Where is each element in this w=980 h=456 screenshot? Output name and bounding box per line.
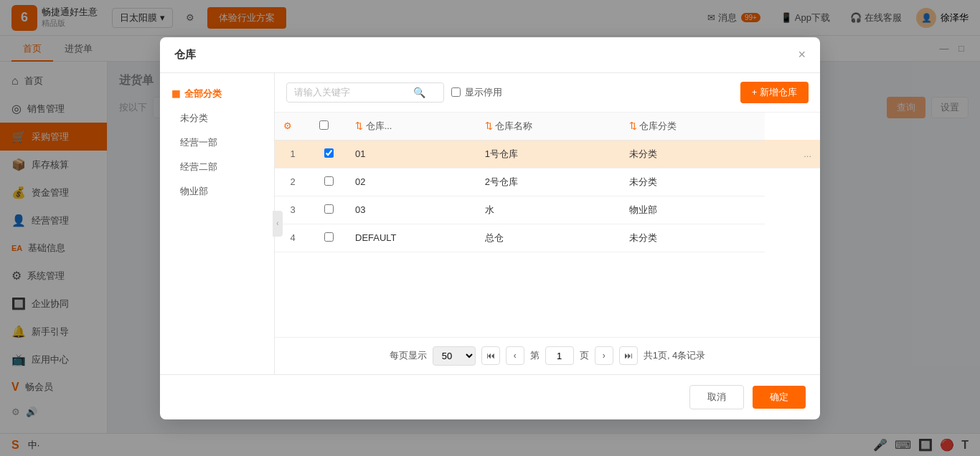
next-page-button[interactable]: › <box>595 346 613 365</box>
total-info: 共1页, 4条记录 <box>644 349 706 362</box>
modal-sidebar: ▦ 全部分类 未分类 经营一部 经营二部 物业部 ‹ <box>160 73 275 374</box>
row-number: 2 <box>275 168 311 196</box>
col-category: ⇅ 仓库分类 <box>621 113 765 141</box>
page-input[interactable] <box>545 346 574 365</box>
select-all-checkbox[interactable] <box>319 120 329 130</box>
row-checkbox[interactable] <box>311 224 347 252</box>
row-name: 1号仓库 <box>476 140 621 168</box>
modal-title: 仓库 <box>174 48 196 62</box>
sort-icon: ⇅ <box>355 120 363 131</box>
category-item-unclassified[interactable]: 未分类 <box>160 106 274 130</box>
modal-toolbar: 🔍 显示停用 + 新增仓库 <box>275 73 820 113</box>
page-suffix: 页 <box>580 349 589 362</box>
table-row[interactable]: 3 03 水 物业部 <box>275 196 820 224</box>
modal-footer: 取消 确定 <box>160 374 820 419</box>
confirm-button[interactable]: 确定 <box>753 386 806 409</box>
col-checkbox <box>311 113 347 141</box>
search-input[interactable] <box>294 87 409 98</box>
pagination: 每页显示 50 100 ⏮ ‹ 第 页 › ⏭ 共1页, 4条记录 <box>275 337 820 374</box>
per-page-label: 每页显示 <box>390 349 427 362</box>
per-page-select[interactable]: 50 100 <box>433 346 476 366</box>
col-name: ⇅ 仓库名称 <box>476 113 621 141</box>
table-row[interactable]: 2 02 2号仓库 未分类 <box>275 168 820 196</box>
new-warehouse-button[interactable]: + 新增仓库 <box>740 82 809 103</box>
modal-overlay: 仓库 × ▦ 全部分类 未分类 经营一部 经营二部 <box>0 0 980 456</box>
all-category-label: 全部分类 <box>184 87 222 100</box>
row-name: 水 <box>476 196 621 224</box>
row-number: 1 <box>275 140 311 168</box>
row-category: 未分类 <box>621 168 765 196</box>
sort-icon2: ⇅ <box>485 120 493 131</box>
grid-icon: ▦ <box>171 88 180 99</box>
table-row[interactable]: 4 DEFAULT 总仓 未分类 <box>275 224 820 252</box>
row-category: 未分类 <box>621 140 765 168</box>
category-item-property[interactable]: 物业部 <box>160 179 274 204</box>
gear-icon: ⚙ <box>283 120 292 131</box>
first-page-button[interactable]: ⏮ <box>481 346 500 365</box>
row-code: DEFAULT <box>347 224 476 252</box>
category-item-dept2[interactable]: 经营二部 <box>160 155 274 179</box>
row-checkbox[interactable] <box>311 168 347 196</box>
warehouse-modal: 仓库 × ▦ 全部分类 未分类 经营一部 经营二部 <box>160 37 820 419</box>
row-checkbox[interactable] <box>311 140 347 168</box>
row-code: 01 <box>347 140 476 168</box>
row-checkbox[interactable] <box>311 196 347 224</box>
row-category: 未分类 <box>621 224 765 252</box>
row-code: 03 <box>347 196 476 224</box>
row-category: 物业部 <box>621 196 765 224</box>
col-code: ⇅ 仓库... <box>347 113 476 141</box>
cancel-button[interactable]: 取消 <box>689 385 744 409</box>
table-row[interactable]: 1 01 1号仓库 未分类 ... <box>275 140 820 168</box>
show-disabled-row: 显示停用 <box>451 86 502 99</box>
search-box: 🔍 <box>286 82 444 103</box>
row-actions[interactable]: ... <box>765 140 820 168</box>
modal-close-button[interactable]: × <box>798 47 806 62</box>
chevron-left-icon: ‹ <box>276 219 278 227</box>
sort-icon3: ⇅ <box>629 120 637 131</box>
all-category-header[interactable]: ▦ 全部分类 <box>160 82 274 106</box>
col-settings: ⚙ <box>275 113 311 141</box>
page-label: 第 <box>530 349 540 362</box>
warehouse-table: ⚙ ⇅ 仓库... ⇅ <box>275 113 820 337</box>
row-code: 02 <box>347 168 476 196</box>
show-disabled-checkbox[interactable] <box>451 87 461 97</box>
last-page-button[interactable]: ⏭ <box>619 346 638 365</box>
modal-header: 仓库 × <box>160 37 820 73</box>
prev-page-button[interactable]: ‹ <box>506 346 524 365</box>
category-item-dept1[interactable]: 经营一部 <box>160 130 274 155</box>
modal-main: 🔍 显示停用 + 新增仓库 ⚙ <box>275 73 820 374</box>
show-disabled-label: 显示停用 <box>465 86 502 99</box>
search-icon[interactable]: 🔍 <box>413 87 425 98</box>
row-name: 2号仓库 <box>476 168 621 196</box>
sidebar-collapse-button[interactable]: ‹ <box>273 211 283 237</box>
row-name: 总仓 <box>476 224 621 252</box>
modal-body: ▦ 全部分类 未分类 经营一部 经营二部 物业部 ‹ <box>160 73 820 374</box>
